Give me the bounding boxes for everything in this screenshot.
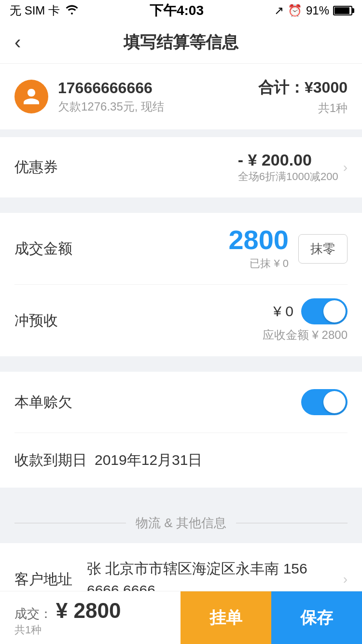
logistics-divider: 物流 & 其他信息 — [0, 503, 362, 543]
user-left: 17666666666 欠款1276.35元, 现结 — [14, 79, 164, 114]
coupon-label: 优惠券 — [14, 157, 58, 177]
credit-toggle-knob — [323, 391, 346, 413]
section-gap-2 — [0, 364, 362, 372]
prepayment-toggle[interactable] — [301, 298, 348, 324]
address-chevron-icon: › — [343, 572, 348, 587]
hang-order-button[interactable]: 挂单 — [181, 591, 271, 644]
nav-bar: ‹ 填写结算等信息 — [0, 21, 362, 64]
credit-section: 本单赊欠 收款到期日 2019年12月31日 — [0, 372, 362, 488]
prepayment-toggle-row: ¥ 0 — [273, 298, 348, 324]
status-time: 下午4:03 — [150, 1, 204, 20]
wifi-icon — [65, 4, 79, 17]
credit-toggle[interactable] — [301, 389, 348, 415]
page-title: 填写结算等信息 — [124, 31, 238, 54]
prepayment-amount: ¥ 0 — [273, 303, 293, 320]
transaction-section: 成交金额 2800 已抹 ¥ 0 抹零 冲预收 ¥ 0 应收金额 ¥ 2800 — [0, 213, 362, 356]
user-sub: 欠款1276.35元, 现结 — [58, 99, 164, 114]
coupon-discount: - ¥ 200.00 — [238, 151, 338, 169]
divider-line-left — [14, 523, 126, 523]
status-bar: 无 SIM 卡 下午4:03 ↗ ⏰ 91% — [0, 0, 362, 21]
transaction-label: 成交金额 — [14, 239, 72, 259]
section-gap-3 — [0, 495, 362, 503]
total-amount: 合计：¥3000 — [258, 77, 348, 98]
prepayment-label: 冲预收 — [14, 311, 58, 331]
toggle-knob — [323, 300, 346, 322]
prepayment-row: 冲预收 ¥ 0 应收金额 ¥ 2800 — [0, 285, 362, 356]
credit-row: 本单赊欠 — [0, 372, 362, 433]
credit-label: 本单赊欠 — [14, 392, 72, 412]
round-zero-button[interactable]: 抹零 — [298, 234, 348, 264]
user-right: 合计：¥3000 共1种 — [258, 77, 348, 116]
user-info-card: 17666666666 欠款1276.35元, 现结 合计：¥3000 共1种 — [0, 64, 362, 129]
battery-icon — [333, 6, 352, 15]
user-phone: 17666666666 — [58, 79, 164, 97]
bottom-sub: 共1种 — [14, 623, 166, 637]
total-sub: 共1种 — [258, 100, 348, 116]
prepayment-sub: 应收金额 ¥ 2800 — [263, 327, 348, 343]
user-info: 17666666666 欠款1276.35元, 现结 — [58, 79, 164, 114]
due-date-row: 收款到期日 2019年12月31日 — [0, 433, 362, 488]
user-row: 17666666666 欠款1276.35元, 现结 合计：¥3000 共1种 — [0, 64, 362, 129]
divider-line-right — [236, 523, 348, 523]
status-right: ↗ ⏰ 91% — [274, 4, 352, 17]
bottom-label: 成交： — [14, 606, 52, 621]
transaction-rounded: 已抹 ¥ 0 — [228, 256, 289, 271]
avatar — [14, 80, 48, 113]
battery-percent: 91% — [306, 4, 329, 17]
bottom-amount: ¥ 2800 — [56, 599, 121, 622]
status-left: 无 SIM 卡 — [10, 3, 79, 18]
location-icon: ↗ — [274, 4, 284, 17]
alarm-icon: ⏰ — [288, 4, 302, 17]
transaction-amount-area: 2800 已抹 ¥ 0 — [228, 226, 289, 271]
transaction-value-area: 2800 已抹 ¥ 0 抹零 — [228, 226, 348, 271]
coupon-row[interactable]: 优惠券 - ¥ 200.00 全场6折满1000减200 › — [0, 137, 362, 197]
section-gap-1 — [0, 205, 362, 213]
bottom-label-amount: 成交： ¥ 2800 — [14, 599, 166, 623]
due-label: 收款到期日 — [14, 450, 87, 470]
save-button[interactable]: 保存 — [271, 591, 362, 644]
coupon-detail: 全场6折满1000减200 — [238, 169, 338, 184]
transaction-amount: 2800 — [228, 226, 289, 253]
logistics-label: 物流 & 其他信息 — [136, 515, 226, 532]
transaction-row: 成交金额 2800 已抹 ¥ 0 抹零 — [0, 213, 362, 284]
back-button[interactable]: ‹ — [10, 27, 26, 58]
bottom-summary: 成交： ¥ 2800 共1种 — [0, 599, 181, 637]
address-label: 客户地址 — [14, 570, 72, 589]
user-icon — [22, 87, 41, 106]
coupon-right: - ¥ 200.00 全场6折满1000减200 › — [238, 151, 348, 184]
no-sim-text: 无 SIM 卡 — [10, 3, 60, 18]
prepayment-right: ¥ 0 应收金额 ¥ 2800 — [263, 298, 348, 343]
due-date: 2019年12月31日 — [95, 450, 202, 470]
chevron-right-icon: › — [343, 160, 348, 175]
coupon-card: 优惠券 - ¥ 200.00 全场6折满1000减200 › — [0, 137, 362, 197]
bottom-bar: 成交： ¥ 2800 共1种 挂单 保存 — [0, 591, 362, 644]
